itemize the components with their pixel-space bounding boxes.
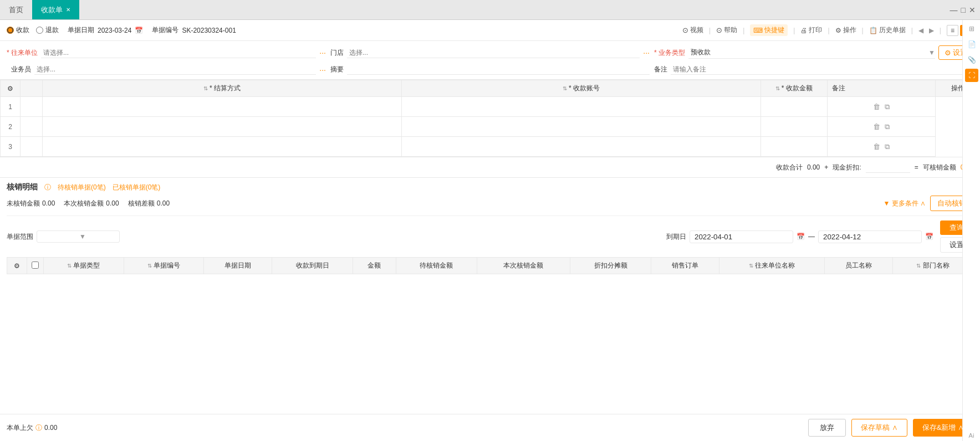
main-table: ⚙ ⇅ * 结算方式 ⇅ * 收款账号 ⇅ * 收款金额 <box>0 80 980 157</box>
nav-left-icon[interactable]: ◀ <box>918 27 923 34</box>
more-conditions-btn[interactable]: ▼ 更多条件 ∧ <box>883 199 926 208</box>
table-row: 2 🗑 ⧉ <box>1 117 980 137</box>
video-btn[interactable]: ⊙ 视频 <box>682 25 703 35</box>
minimize-icon[interactable]: — <box>950 6 958 14</box>
amount-col: ⇅ * 收款金额 <box>760 80 827 97</box>
copy-icon[interactable]: ⧉ <box>885 102 890 111</box>
settlement-cell[interactable] <box>21 137 43 157</box>
receipt-type-group: 收款 退款 <box>7 25 59 35</box>
remark-input[interactable] <box>671 64 973 75</box>
history-btn[interactable]: 📋 历史单据 <box>869 25 906 35</box>
print-btn[interactable]: 🖨 打印 <box>800 25 822 35</box>
settlement-cell[interactable] <box>21 117 43 137</box>
main-content: 收款 退款 单据日期 2023-03-24 📅 单据编号 SK-20230324… <box>0 20 980 441</box>
counterpart-input[interactable] <box>41 48 316 58</box>
abandon-button[interactable]: 放弃 <box>808 419 846 437</box>
action-cell: 🗑 ⧉ <box>827 137 935 157</box>
footer: 本单上欠 ⓘ 0.00 放弃 保存草稿 ∧ 保存&新增 ∧ <box>0 414 980 441</box>
date-to-input[interactable] <box>818 230 922 243</box>
sidebar-doc-icon[interactable]: 📄 <box>965 38 978 51</box>
tab-done[interactable]: 已核销单据(0笔) <box>113 183 161 192</box>
save-draft-button[interactable]: 保存草稿 ∧ <box>851 419 907 437</box>
date-from-field: 到期日 📅 — 📅 <box>666 230 933 243</box>
top-toolbar: 收款 退款 单据日期 2023-03-24 📅 单据编号 SK-20230324… <box>0 20 980 41</box>
bt-checkbox-col <box>27 258 44 274</box>
remark-cell[interactable] <box>760 117 827 137</box>
reconcile-header: 核销明细 ⓘ 待核销单据(0笔) 已核销单据(0笔) <box>7 182 973 192</box>
counterpart-more-icon[interactable]: ··· <box>319 48 326 57</box>
bottom-table-wrap: ⚙ ⇅ 单据类型 ⇅ 单据编号 单据日期 <box>7 257 973 414</box>
delete-icon[interactable]: 🗑 <box>873 102 880 111</box>
bt-amount-col: 金额 <box>353 258 396 274</box>
nav-right-icon[interactable]: ▶ <box>929 27 934 34</box>
account-col: ⇅ * 收款账号 <box>401 80 760 97</box>
staff-more-icon[interactable]: ··· <box>319 65 326 74</box>
business-type-field: * 业务类型 预收款 ▼ ⚙ 设置 <box>654 45 973 60</box>
delete-icon[interactable]: 🗑 <box>873 142 880 151</box>
tab-close-icon[interactable]: ✕ <box>66 7 70 13</box>
bt-bill-no-col: ⇅ 单据编号 <box>124 258 204 274</box>
row-num-col <box>21 80 43 97</box>
close-icon[interactable]: ✕ <box>969 6 976 14</box>
date-from-input[interactable] <box>690 230 793 243</box>
bt-settings-col[interactable]: ⚙ <box>7 258 27 274</box>
reconcile-info-icon[interactable]: ⓘ <box>44 183 51 192</box>
sidebar-screen-icon[interactable]: ⛶ <box>965 69 978 82</box>
maximize-icon[interactable]: □ <box>961 6 966 14</box>
amount-cell[interactable] <box>401 97 760 117</box>
range-select[interactable]: ▼ <box>37 230 120 243</box>
print-icon: 🖨 <box>800 27 807 34</box>
tab-receipt[interactable]: 收款单 ✕ <box>32 0 79 19</box>
reconcile-stats: 未核销金额 0.00 本次核销金额 0.00 核销差额 0.00 ▼ 更多条件 … <box>7 196 973 211</box>
remark-cell[interactable] <box>760 137 827 157</box>
table-settings-col[interactable]: ⚙ <box>1 80 21 97</box>
amount-cell[interactable] <box>401 117 760 137</box>
row-num-cell: 1 <box>1 97 21 117</box>
account-cell[interactable] <box>43 117 402 137</box>
calendar-from-icon[interactable]: 📅 <box>797 233 805 240</box>
tab-pending[interactable]: 待核销单据(0笔) <box>58 183 106 192</box>
bill-date-calendar-icon[interactable]: 📅 <box>135 27 143 34</box>
copy-icon[interactable]: ⧉ <box>885 122 890 131</box>
bottom-table: ⚙ ⇅ 单据类型 ⇅ 单据编号 单据日期 <box>7 257 973 274</box>
copy-icon[interactable]: ⧉ <box>885 142 890 151</box>
summary-row: 收款合计 0.00 + 现金折扣: = 可核销金额 0.00 <box>0 157 980 178</box>
store-more-icon[interactable]: ··· <box>643 48 650 57</box>
amount-cell[interactable] <box>401 137 760 157</box>
ai-label[interactable]: Ai <box>965 432 978 439</box>
ops-icon: ⚙ <box>835 27 841 34</box>
bill-date-group: 单据日期 2023-03-24 📅 <box>68 25 143 35</box>
summary-input[interactable] <box>347 64 650 75</box>
business-type-select[interactable]: 预收款 ▼ <box>688 47 935 59</box>
list-layout-btn[interactable]: ≡ <box>947 25 958 36</box>
form-row-2: 业务员 ··· 摘要 备注 <box>7 64 973 75</box>
calendar-to-icon[interactable]: 📅 <box>925 233 933 240</box>
store-input[interactable] <box>347 48 640 58</box>
account-cell[interactable] <box>43 137 402 157</box>
bt-pending-amount-col: 待核销金额 <box>396 258 477 274</box>
discount-input[interactable] <box>866 162 910 173</box>
stat-this-amount: 本次核销金额 0.00 <box>64 199 119 208</box>
remark-cell[interactable] <box>760 97 827 117</box>
receipt-radio[interactable]: 收款 <box>7 25 29 35</box>
account-cell[interactable] <box>43 97 402 117</box>
staff-input[interactable] <box>34 64 316 75</box>
select-all-checkbox[interactable] <box>32 261 39 269</box>
table-gear-icon[interactable]: ⚙ <box>7 85 13 93</box>
history-icon: 📋 <box>869 27 877 34</box>
help-btn[interactable]: ⊙ 帮助 <box>716 25 737 35</box>
sidebar-attach-icon[interactable]: 📎 <box>965 53 978 66</box>
settlement-cell[interactable] <box>21 97 43 117</box>
bt-bill-type-col: ⇅ 单据类型 <box>44 258 124 274</box>
delete-icon[interactable]: 🗑 <box>873 122 880 131</box>
store-field: 门店 ··· <box>330 48 650 58</box>
business-type-dropdown-icon[interactable]: ▼ <box>928 49 935 57</box>
tab-home[interactable]: 首页 <box>0 0 32 19</box>
filter-row: 单据范围 ▼ 到期日 📅 — 📅 查询 设置 <box>7 216 973 257</box>
sidebar-table-icon[interactable]: ⊞ <box>965 22 978 35</box>
form-section: * 往来单位 ··· 门店 ··· * 业务类型 预收款 ▼ ⚙ 设置 <box>0 41 980 80</box>
footer-info-icon[interactable]: ⓘ <box>35 423 42 433</box>
shortcut-btn[interactable]: ⌨ 快捷键 <box>750 24 788 36</box>
operations-btn[interactable]: ⚙ 操作 <box>835 25 856 35</box>
refund-radio[interactable]: 退款 <box>36 25 59 35</box>
